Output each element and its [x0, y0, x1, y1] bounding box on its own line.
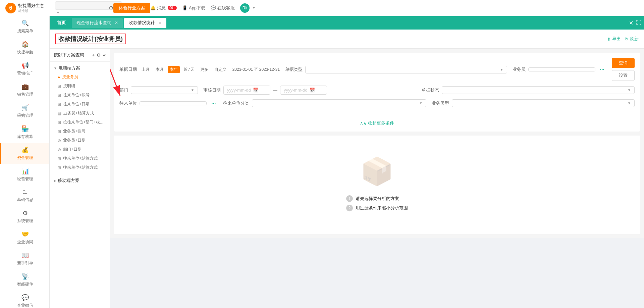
finance-icon: 💰 [21, 146, 29, 154]
unit-select[interactable] [140, 101, 207, 105]
scheme-panel-icons: + ⚙ « [92, 52, 106, 58]
user-avatar: Rit [240, 3, 250, 13]
date-tab-this-month[interactable]: 本月 [154, 66, 166, 73]
sidebar-item-quick-nav[interactable]: 🏠 快捷导航 [0, 37, 49, 58]
scheme-add-icon[interactable]: + [92, 52, 95, 58]
sidebar-item-sales[interactable]: 💼 销售管理 [0, 80, 49, 101]
scheme-item-by-detail[interactable]: ⊞ 按明细 [50, 82, 110, 91]
settings-icon[interactable]: ⚙ [109, 5, 113, 11]
mobile-group-label: 移动端方案 [58, 177, 79, 184]
scheme-panel-header: 按以下方案查询 + ⚙ « [50, 49, 110, 62]
staff-filter-cell: 业务员 ··· [513, 66, 606, 72]
sidebar-item-purchase[interactable]: 🛒 采购管理 [0, 101, 49, 122]
dept-select[interactable]: ▼ [131, 86, 198, 94]
tip-num-2: 2 [346, 205, 353, 211]
staff-more-dots[interactable]: ··· [600, 66, 604, 72]
sidebar-item-marketing[interactable]: 📢 营销推广 [0, 58, 49, 80]
staff-select[interactable] [528, 67, 595, 71]
scheme-settings-icon[interactable]: ⚙ [97, 52, 101, 58]
tab-bank-flow-close[interactable]: ✕ [115, 20, 118, 25]
refresh-button[interactable]: ↻ 刷新 [625, 36, 639, 42]
scheme-item-staff-settle[interactable]: ▦ 业务员+结算方式 [50, 109, 110, 118]
scheme-item-unit-settle2[interactable]: ⊞ 往来单位+结算方式 [50, 163, 110, 172]
page-title: 收款情况统计(按业务员) [55, 34, 126, 44]
unit-more-dots[interactable]: ··· [211, 100, 216, 106]
sidebar-label-wechat: 企业微信 [17, 303, 33, 308]
tab-bank-flow[interactable]: 现金银行流水查询 ✕ [72, 18, 123, 28]
date-tab-more[interactable]: 更多 [198, 66, 210, 73]
sidebar-item-basic-info[interactable]: 🗂 基础信息 [0, 185, 49, 206]
messages-button[interactable]: 🔔 消息 99+ [150, 5, 177, 11]
export-button[interactable]: ⬆ 导出 [607, 36, 621, 42]
tab-home[interactable]: 首页 [52, 18, 70, 28]
scheme-group-desktop-title[interactable]: ▼ 电脑端方案 [50, 64, 110, 72]
search-menu-icon: 🔍 [21, 19, 29, 27]
tab-receipt-stat[interactable]: 收款情况统计 ✕ [124, 18, 166, 28]
tab-expand-icon[interactable]: ⛶ [636, 20, 641, 26]
page-body: 按以下方案查询 + ⚙ « ▼ 电脑端方案 ● 按业务员 [50, 49, 644, 308]
online-service-button[interactable]: 💬 在线客服 [211, 5, 235, 11]
app-download-button[interactable]: 📱 App下载 [182, 5, 205, 11]
sidebar-item-system[interactable]: ⚙ 系统管理 [0, 206, 49, 227]
tab-home-label: 首页 [57, 20, 66, 26]
unit-type-select[interactable]: ▼ [252, 99, 426, 107]
scheme-item-unit-date[interactable]: ⊞ 往来单位+日期 [50, 100, 110, 109]
scheme-group-desktop: ▼ 电脑端方案 ● 按业务员 ⊞ 按明细 ⊞ 往来单位+账号 [50, 62, 110, 174]
set-button[interactable]: 设置 [612, 70, 635, 81]
export-icon: ⬆ [607, 37, 611, 42]
unit-type-arrow: ▼ [419, 101, 423, 105]
app-icon: 📱 [182, 5, 187, 10]
date-separator: — [273, 88, 277, 93]
unit-settle1-icon: ⊞ [58, 156, 61, 161]
review-start-input[interactable]: yyyy-mm-dd 📅 [223, 86, 270, 95]
scheme-item-staff-date[interactable]: ⊙ 业务员+日期 [50, 136, 110, 145]
trial-button[interactable]: 体验行业方案 [113, 3, 150, 13]
date-tab-custom[interactable]: 自定义 [212, 66, 228, 73]
dept-date-icon: ⊙ [58, 147, 61, 152]
date-tab-this-year[interactable]: 本年 [168, 66, 180, 73]
review-date-cell: 审核日期 yyyy-mm-dd 📅 — yyyy-mm-dd 📅 [203, 86, 416, 95]
query-button[interactable]: 查询 [612, 58, 635, 68]
collapse-button[interactable]: ∧∧ 收起更多条件 [119, 117, 635, 129]
sidebar-item-operation[interactable]: 📊 经营管理 [0, 164, 49, 185]
status-filter-cell: 单据状态 ▼ [422, 86, 635, 94]
date-tab-7days[interactable]: 近7天 [182, 66, 196, 73]
sidebar-item-enterprise[interactable]: 🤝 企业协同 [0, 227, 49, 248]
type-select[interactable]: ▼ [305, 66, 507, 73]
dept-label: 部门 [119, 87, 128, 93]
tip-num-1: 1 [346, 195, 353, 202]
scheme-item-staff-account[interactable]: ⊞ 业务员+账号 [50, 127, 110, 136]
unit-label: 往来单位 [119, 100, 137, 106]
scheme-group-mobile-title[interactable]: ▶ 移动端方案 [50, 176, 110, 185]
scheme-item-by-staff[interactable]: ● 按业务员 [50, 72, 110, 82]
sidebar-item-inventory[interactable]: 🏪 库存核算 [0, 122, 49, 143]
user-menu[interactable]: Rit ▼ [240, 3, 256, 13]
sidebar-item-guide[interactable]: 📖 新手引导 [0, 248, 49, 269]
tab-close-all-icon[interactable]: ✕ [629, 20, 633, 26]
sidebar-item-finance[interactable]: 💰 资金管理 [0, 143, 49, 164]
review-end-input[interactable]: yyyy-mm-dd 📅 [280, 86, 327, 95]
status-select[interactable]: ▼ [442, 86, 635, 94]
biz-type-select[interactable]: ▼ [452, 99, 635, 107]
scheme-panel-title: 按以下方案查询 [54, 52, 84, 58]
message-badge: 99+ [168, 6, 177, 10]
nav-dropdown-arrow[interactable]: ▼ [56, 11, 60, 14]
refresh-label: 刷新 [630, 36, 639, 42]
logo-badge: 标准版 [18, 9, 44, 13]
tab-receipt-stat-close[interactable]: ✕ [158, 20, 162, 25]
type-label: 单据类型 [285, 66, 303, 72]
sidebar-item-smart-hw[interactable]: 📡 智能硬件 [0, 269, 49, 291]
tab-bar-right: ✕ ⛶ [629, 20, 641, 26]
scheme-item-unit-settle1[interactable]: ⊞ 往来单位+结算方式 [50, 154, 110, 163]
scheme-collapse-icon[interactable]: « [103, 52, 106, 58]
sidebar-label-finance: 资金管理 [17, 155, 33, 161]
scheme-item-dept-date[interactable]: ⊙ 部门+日期 [50, 145, 110, 154]
date-tab-last-month[interactable]: 上月 [140, 66, 152, 73]
sidebar-item-wechat[interactable]: 💬 企业微信 [0, 291, 49, 308]
logo-area: 6 畅捷通好生意 标准版 [5, 3, 55, 13]
scheme-item-unit-dept-recv[interactable]: ⊞ 按往来单位+部门+收... [50, 118, 110, 127]
dept-filter-cell: 部门 ▼ [119, 86, 198, 94]
sidebar-item-search-menu[interactable]: 🔍 搜索菜单 [0, 16, 49, 37]
scheme-item-unit-account[interactable]: ⊞ 往来单位+账号 [50, 91, 110, 100]
unit-filter-cell: 往来单位 ··· [119, 100, 218, 106]
